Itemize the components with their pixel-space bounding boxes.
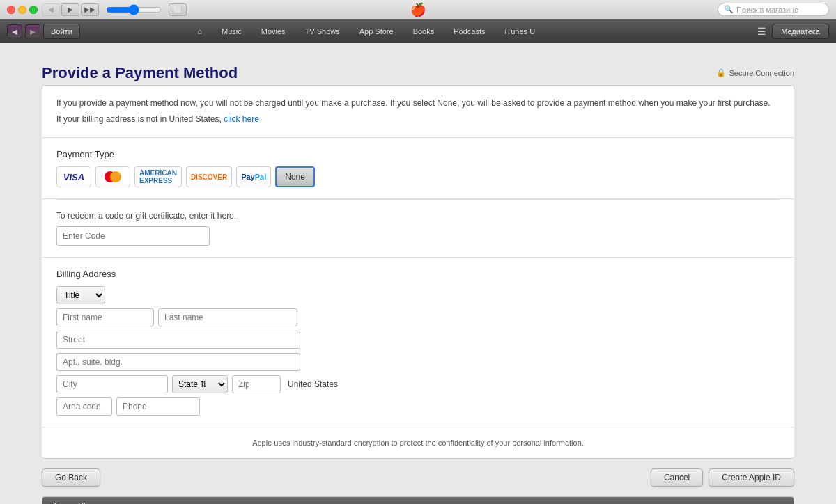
media-library-button[interactable]: Медиатека <box>772 24 829 39</box>
create-apple-id-button[interactable]: Create Apple ID <box>709 468 794 487</box>
paypal-logo: PayPal <box>241 173 266 181</box>
title-bar: ◀ ▶ ▶▶ ⬜ 🍎 🔍 Поиск в магазине <box>0 0 836 19</box>
apt-row <box>56 353 780 371</box>
payment-mastercard[interactable] <box>95 166 130 187</box>
toolbar-nav: ⌂ Music Movies TV Shows App Store Books … <box>187 24 545 38</box>
toolbar-forward[interactable]: ▶ <box>25 24 40 38</box>
billing-label: Billing Address <box>56 269 780 279</box>
back-arrow[interactable]: ◀ <box>42 3 60 16</box>
secure-label: Secure Connection <box>729 69 794 77</box>
street-row <box>56 331 780 349</box>
apt-input[interactable] <box>56 353 300 371</box>
itunes-store-footer: iTunes Store Explore Music Movies TV Sho… <box>42 496 794 504</box>
phone-input[interactable] <box>116 397 200 416</box>
payment-visa[interactable]: VISA <box>56 166 91 187</box>
city-state-row: State ⇅ ALAKCANYTX United States <box>56 375 780 393</box>
traffic-lights <box>7 6 38 14</box>
toolbar-home[interactable]: ⌂ <box>187 24 212 38</box>
footer-buttons: Go Back Cancel Create Apple ID <box>0 459 836 496</box>
payment-discover[interactable]: DISCOVER <box>186 166 232 187</box>
minimize-button[interactable] <box>18 6 26 14</box>
main-toolbar: ◀ ▶ Войти ⌂ Music Movies TV Shows App St… <box>0 19 836 43</box>
payment-amex[interactable]: AMERICANEXPRESS <box>134 166 182 187</box>
visa-logo: VISA <box>63 172 84 182</box>
city-input[interactable] <box>56 375 168 393</box>
screen-button[interactable]: ⬜ <box>169 3 187 16</box>
secure-connection: 🔒 Secure Connection <box>716 68 794 77</box>
title-row: Title Mr. Mrs. Ms. Dr. <box>56 286 780 308</box>
main-content: Provide a Payment Method 🔒 Secure Connec… <box>0 43 836 504</box>
nav-itunesu[interactable]: iTunes U <box>495 24 545 38</box>
last-name-input[interactable] <box>158 308 297 326</box>
sign-in-button[interactable]: Войти <box>43 24 80 39</box>
redeem-section: To redeem a code or gift certificate, en… <box>42 200 794 258</box>
menu-icon[interactable]: ☰ <box>757 26 766 37</box>
encryption-note: Apple uses industry-standard encryption … <box>42 427 794 458</box>
redeem-label: To redeem a code or gift certificate, en… <box>56 211 780 221</box>
phone-row <box>56 397 780 416</box>
apple-logo: 🍎 <box>410 2 426 17</box>
amex-logo: AMERICANEXPRESS <box>139 169 177 184</box>
info-text-1: If you provide a payment method now, you… <box>56 97 780 110</box>
progress-slider[interactable] <box>106 3 162 16</box>
lock-icon: 🔒 <box>716 68 726 77</box>
nav-appstore[interactable]: App Store <box>350 24 403 38</box>
info-text-2: If your billing address is not in United… <box>56 113 780 126</box>
discover-logo: DISCOVER <box>191 173 227 181</box>
billing-section: Billing Address Title Mr. Mrs. Ms. Dr. <box>42 258 794 427</box>
redeem-input[interactable] <box>56 226 210 246</box>
search-icon: 🔍 <box>724 5 734 14</box>
page-title: Provide a Payment Method <box>42 64 238 82</box>
payment-type-section: Payment Type VISA AMERICANEXPRESS DISCOV… <box>42 138 794 199</box>
nav-music[interactable]: Music <box>212 24 251 38</box>
payment-paypal[interactable]: PayPal <box>236 166 271 187</box>
go-back-button[interactable]: Go Back <box>42 468 100 487</box>
nav-podcasts[interactable]: Podcasts <box>444 24 495 38</box>
mc-right-circle <box>110 171 121 182</box>
close-button[interactable] <box>7 6 15 14</box>
street-input[interactable] <box>56 331 300 349</box>
nav-arrows: ◀ ▶ ▶▶ ⬜ <box>42 3 187 16</box>
toolbar-back[interactable]: ◀ <box>7 24 22 38</box>
search-placeholder: Поиск в магазине <box>736 6 798 14</box>
play-button[interactable]: ▶ <box>61 3 79 16</box>
skip-button[interactable]: ▶▶ <box>81 3 99 16</box>
nav-tvshows[interactable]: TV Shows <box>295 24 350 38</box>
area-code-input[interactable] <box>56 397 112 416</box>
payment-options: VISA AMERICANEXPRESS DISCOVER <box>56 166 780 187</box>
state-select[interactable]: State ⇅ ALAKCANYTX <box>172 375 228 393</box>
name-row <box>56 308 780 326</box>
zip-input[interactable] <box>232 375 281 393</box>
maximize-button[interactable] <box>29 6 38 14</box>
payment-type-label: Payment Type <box>56 149 780 159</box>
itunes-store-header: iTunes Store <box>42 497 794 504</box>
click-here-link[interactable]: click here <box>224 114 259 124</box>
cancel-button[interactable]: Cancel <box>651 468 703 487</box>
toolbar-right: ☰ Медиатека <box>757 24 829 39</box>
nav-books[interactable]: Books <box>403 24 444 38</box>
payment-none[interactable]: None <box>275 166 315 187</box>
country-label: United States <box>285 379 338 389</box>
search-bar[interactable]: 🔍 Поиск в магазине <box>718 3 829 16</box>
info-section: If you provide a payment method now, you… <box>42 86 794 138</box>
footer-right: Cancel Create Apple ID <box>651 468 794 487</box>
nav-movies[interactable]: Movies <box>251 24 295 38</box>
title-select[interactable]: Title Mr. Mrs. Ms. Dr. <box>56 286 105 304</box>
first-name-input[interactable] <box>56 308 154 326</box>
form-container: If you provide a payment method now, you… <box>42 85 794 459</box>
